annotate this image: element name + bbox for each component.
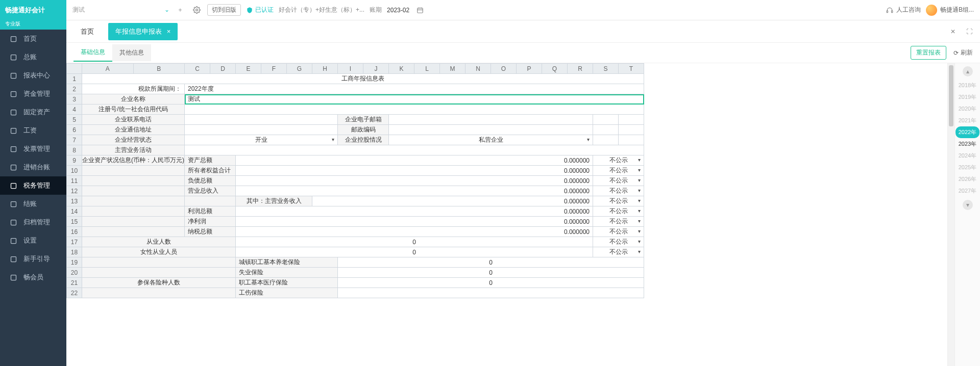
female-value[interactable]: 0: [236, 247, 593, 257]
publicity-select[interactable]: 不公示: [593, 227, 644, 237]
ins-value[interactable]: 0: [338, 257, 644, 268]
publicity-select[interactable]: 不公示: [593, 247, 644, 257]
col-header[interactable]: D: [210, 64, 236, 74]
reg-input[interactable]: [185, 104, 644, 115]
col-header[interactable]: B: [133, 64, 185, 74]
row-header[interactable]: 10: [67, 166, 82, 176]
col-header[interactable]: [67, 64, 82, 74]
addr-input[interactable]: [185, 125, 338, 135]
row-header[interactable]: 1: [67, 74, 82, 84]
year-option[interactable]: 2018年: [955, 80, 979, 91]
publicity-select[interactable]: 不公示: [593, 166, 644, 176]
close-icon[interactable]: ×: [167, 28, 171, 35]
mainbiz-input[interactable]: [185, 145, 644, 155]
calendar-icon[interactable]: [414, 5, 426, 16]
row-header[interactable]: 18: [67, 247, 82, 257]
ins-value[interactable]: 0: [338, 278, 644, 288]
sidebar-item-tax[interactable]: 税务管理: [0, 176, 66, 195]
employee-value[interactable]: 0: [236, 237, 593, 247]
year-option[interactable]: 2020年: [955, 103, 979, 115]
sidebar-item-vip[interactable]: 畅会员: [0, 268, 66, 286]
user-menu[interactable]: 畅捷通B组...: [926, 5, 974, 16]
row-header[interactable]: 19: [67, 257, 82, 268]
col-header[interactable]: I: [338, 64, 363, 74]
row-header[interactable]: 12: [67, 186, 82, 196]
year-option[interactable]: 2019年: [955, 91, 979, 103]
year-down-icon[interactable]: ▾: [963, 200, 973, 210]
year-option[interactable]: 2022年: [955, 126, 979, 138]
sidebar-item-settings[interactable]: 设置: [0, 231, 66, 250]
col-header[interactable]: O: [491, 64, 517, 74]
sidebar-item-archive[interactable]: 归档管理: [0, 213, 66, 231]
row-header[interactable]: 3: [67, 94, 82, 104]
row-header[interactable]: 16: [67, 227, 82, 237]
post-input[interactable]: [389, 125, 593, 135]
refresh-button[interactable]: ⟳ 刷新: [953, 48, 973, 57]
fin-value[interactable]: 0.000000: [236, 166, 593, 176]
fin-value[interactable]: 0.000000: [236, 227, 593, 237]
subtab-other[interactable]: 其他信息: [112, 44, 151, 61]
close-panel-icon[interactable]: ✕: [947, 26, 959, 37]
tab-annual-report[interactable]: 年报信息申报表 ×: [108, 23, 178, 40]
col-header[interactable]: G: [287, 64, 312, 74]
vertical-scrollbar[interactable]: [947, 63, 954, 366]
publicity-select[interactable]: 不公示: [593, 196, 644, 206]
fin-value[interactable]: 0.000000: [236, 155, 593, 166]
row-header[interactable]: 6: [67, 125, 82, 135]
sidebar-item-guide[interactable]: 新手引导: [0, 250, 66, 268]
sidebar-item-close-book[interactable]: 结账: [0, 195, 66, 213]
fin-value[interactable]: 0.000000: [236, 176, 593, 186]
col-header[interactable]: J: [363, 64, 389, 74]
sidebar-item-asset[interactable]: 固定资产: [0, 103, 66, 121]
year-option[interactable]: 2025年: [955, 162, 979, 173]
ins-value[interactable]: 0: [338, 268, 644, 278]
sidebar-item-salary[interactable]: 工资: [0, 121, 66, 140]
row-header[interactable]: 9: [67, 155, 82, 166]
ins-value[interactable]: [338, 288, 644, 298]
fin-value[interactable]: 0.000000: [236, 186, 593, 196]
col-header[interactable]: S: [593, 64, 619, 74]
row-header[interactable]: 7: [67, 135, 82, 145]
publicity-select[interactable]: 不公示: [593, 237, 644, 247]
year-option[interactable]: 2021年: [955, 115, 979, 126]
row-header[interactable]: 2: [67, 84, 82, 94]
reset-button[interactable]: 重置报表: [911, 46, 946, 60]
publicity-select[interactable]: 不公示: [593, 206, 644, 217]
col-header[interactable]: C: [185, 64, 210, 74]
row-header[interactable]: 22: [67, 288, 82, 298]
publicity-select[interactable]: 不公示: [593, 217, 644, 227]
publicity-select[interactable]: 不公示: [593, 155, 644, 166]
col-header[interactable]: T: [619, 64, 644, 74]
row-header[interactable]: 13: [67, 196, 82, 206]
add-icon[interactable]: ＋: [175, 5, 186, 16]
period-value[interactable]: 2023-02: [387, 7, 409, 14]
fin-value[interactable]: 0.000000: [236, 217, 593, 227]
sidebar-item-fund[interactable]: 资金管理: [0, 85, 66, 103]
col-header[interactable]: P: [517, 64, 542, 74]
support-link[interactable]: 人工咨询: [886, 6, 921, 14]
holding-select[interactable]: 私营企业: [389, 135, 593, 145]
status-select[interactable]: 开业: [185, 135, 338, 145]
col-header[interactable]: L: [414, 64, 440, 74]
col-header[interactable]: H: [312, 64, 338, 74]
gear-icon[interactable]: [191, 5, 202, 16]
phone-input[interactable]: [185, 115, 338, 125]
fin-value[interactable]: 0.000000: [236, 206, 593, 217]
row-header[interactable]: 20: [67, 268, 82, 278]
row-header[interactable]: 11: [67, 176, 82, 186]
year-option[interactable]: 2024年: [955, 150, 979, 162]
sidebar-item-home[interactable]: 首页: [0, 30, 66, 48]
switch-old-button[interactable]: 切到旧版: [207, 4, 241, 16]
row-header[interactable]: 15: [67, 217, 82, 227]
sidebar-item-inventory[interactable]: 进销台账: [0, 158, 66, 176]
email-input[interactable]: [389, 115, 593, 125]
col-header[interactable]: F: [261, 64, 287, 74]
row-header[interactable]: 17: [67, 237, 82, 247]
publicity-select[interactable]: 不公示: [593, 186, 644, 196]
subtab-basic[interactable]: 基础信息: [74, 44, 112, 62]
row-header[interactable]: 4: [67, 104, 82, 115]
col-header[interactable]: Q: [542, 64, 568, 74]
sidebar-item-report[interactable]: 报表中心: [0, 66, 66, 85]
tab-home[interactable]: 首页: [74, 23, 101, 40]
col-header[interactable]: K: [389, 64, 414, 74]
